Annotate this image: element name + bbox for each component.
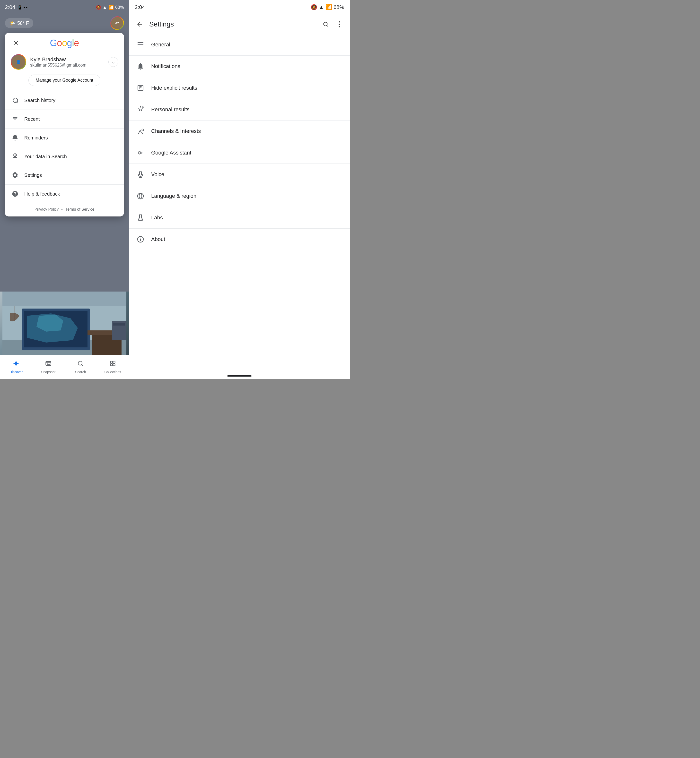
- header-actions: [320, 19, 345, 30]
- time-right: 2:04: [134, 4, 145, 11]
- status-bar-left: 2:04 📱 🕶️ 🔕 ▲ 📶 68%: [0, 0, 129, 14]
- settings-item-hide-explicit[interactable]: E Hide explicit results: [129, 77, 350, 99]
- back-button[interactable]: [134, 19, 145, 30]
- menu-overlay: ✕ Google 👤 Kyle Bradshaw skullman555626@…: [5, 33, 124, 217]
- menu-item-settings[interactable]: Settings: [5, 166, 124, 184]
- language-region-label: Language & region: [151, 193, 196, 199]
- recent-label: Recent: [24, 116, 40, 122]
- chevron-down-icon: ⌄: [112, 59, 115, 65]
- nav-discover[interactable]: Discover: [0, 358, 32, 376]
- wifi-icon: ▲: [103, 5, 107, 10]
- collections-icon: [109, 360, 116, 368]
- settings-icon-menu: [11, 171, 19, 179]
- close-button[interactable]: ✕: [11, 37, 21, 48]
- wifi-icon-right: ▲: [319, 4, 324, 11]
- your-data-icon: [11, 152, 19, 161]
- account-info: Kyle Bradshaw skullman555626@gmail.com: [30, 56, 105, 68]
- svg-point-31: [139, 152, 141, 154]
- google-assistant-label: Google Assistant: [151, 150, 191, 156]
- status-bar-right: 2:04 🔕 ▲ 📶 68%: [129, 0, 350, 14]
- svg-point-30: [141, 152, 142, 154]
- nav-snapshot[interactable]: Snapshot: [32, 358, 65, 376]
- menu-item-reminders[interactable]: Reminders: [5, 128, 124, 147]
- settings-item-channels-interests[interactable]: Channels & Interests: [129, 120, 350, 142]
- channels-interests-label: Channels & Interests: [151, 128, 201, 134]
- svg-rect-15: [110, 361, 112, 363]
- weather-pill[interactable]: 🌤️ 58° F: [5, 18, 33, 28]
- reminders-icon: [11, 133, 19, 142]
- general-icon: [136, 40, 145, 50]
- account-name: Kyle Bradshaw: [30, 56, 105, 63]
- temperature: 58° F: [17, 20, 29, 26]
- menu-header: ✕ Google: [5, 33, 124, 52]
- menu-item-help[interactable]: Help & feedback: [5, 185, 124, 203]
- g-letter-red2: e: [74, 38, 79, 48]
- left-panel: 2:04 📱 🕶️ 🔕 ▲ 📶 68% 🌤️ 58° F az ✕: [0, 0, 129, 379]
- signal-icon-right: 📶: [325, 4, 332, 11]
- menu-item-your-data[interactable]: Your data in Search: [5, 147, 124, 166]
- svg-rect-17: [110, 364, 112, 366]
- mute-icon: 🔕: [96, 5, 101, 10]
- settings-title: Settings: [149, 20, 316, 28]
- manage-btn-row: Manage your Google Account: [5, 73, 124, 91]
- nav-collections[interactable]: Collections: [97, 358, 129, 376]
- hide-explicit-icon: E: [136, 83, 145, 93]
- settings-item-notifications[interactable]: Notifications: [129, 56, 350, 77]
- manage-account-button[interactable]: Manage your Google Account: [28, 75, 100, 86]
- voice-icon: [136, 170, 145, 179]
- personal-results-icon: [136, 105, 145, 114]
- settings-header: Settings: [129, 14, 350, 34]
- user-avatar-top[interactable]: az: [110, 16, 124, 30]
- svg-line-14: [82, 365, 83, 366]
- g-letter-blue2: g: [67, 38, 72, 48]
- collections-label: Collections: [105, 370, 121, 374]
- nav-search[interactable]: Search: [64, 358, 97, 376]
- account-avatar: 👤: [11, 54, 26, 70]
- svg-rect-10: [113, 323, 125, 326]
- settings-item-google-assistant[interactable]: Google Assistant: [129, 142, 350, 164]
- reminders-label: Reminders: [24, 135, 48, 141]
- account-email: skullman555626@gmail.com: [30, 63, 105, 68]
- hide-explicit-label: Hide explicit results: [151, 85, 197, 91]
- footer-separator: [61, 209, 62, 210]
- google-logo: Google: [50, 38, 79, 48]
- personal-results-label: Personal results: [151, 106, 190, 113]
- menu-item-search-history[interactable]: Search history: [5, 91, 124, 109]
- svg-point-23: [339, 26, 340, 27]
- menu-footer: Privacy Policy Terms of Service: [5, 203, 124, 217]
- battery-right: 68%: [333, 4, 344, 11]
- bottom-image: [0, 292, 129, 360]
- settings-item-personal-results[interactable]: Personal results: [129, 99, 350, 120]
- labs-label: Labs: [151, 215, 163, 221]
- menu-item-recent[interactable]: Recent: [5, 110, 124, 128]
- google-text: Google: [50, 38, 79, 48]
- svg-point-42: [140, 238, 141, 238]
- weather-icon: 🌤️: [9, 20, 15, 26]
- search-settings-button[interactable]: [320, 19, 331, 30]
- time-left: 2:04: [5, 4, 15, 11]
- settings-item-labs[interactable]: Labs: [129, 207, 350, 229]
- svg-rect-18: [113, 364, 115, 366]
- language-region-icon: [136, 191, 145, 201]
- settings-item-language-region[interactable]: Language & region: [129, 186, 350, 207]
- bottom-indicator-right: [129, 367, 350, 379]
- settings-item-about[interactable]: About: [129, 229, 350, 250]
- settings-list: General Notifications E Hide explicit re…: [129, 34, 350, 367]
- privacy-policy-link[interactable]: Privacy Policy: [34, 207, 59, 212]
- notifications-label: Notifications: [151, 63, 180, 70]
- terms-of-service-link[interactable]: Terms of Service: [66, 207, 94, 212]
- about-label: About: [151, 236, 165, 242]
- account-expand-button[interactable]: ⌄: [108, 57, 118, 67]
- g-letter-green: l: [72, 38, 74, 48]
- settings-item-voice[interactable]: Voice: [129, 164, 350, 186]
- settings-item-general[interactable]: General: [129, 34, 350, 56]
- bottom-nav: Discover Snapshot Search: [0, 355, 129, 379]
- svg-point-27: [142, 106, 144, 108]
- search-label: Search: [75, 370, 86, 374]
- search-nav-icon: [77, 360, 84, 368]
- mute-icon-right: 🔕: [311, 4, 317, 11]
- about-icon: [136, 234, 145, 244]
- svg-line-20: [327, 25, 328, 27]
- signal-icon: 📶: [108, 5, 114, 10]
- more-options-button[interactable]: [333, 19, 345, 30]
